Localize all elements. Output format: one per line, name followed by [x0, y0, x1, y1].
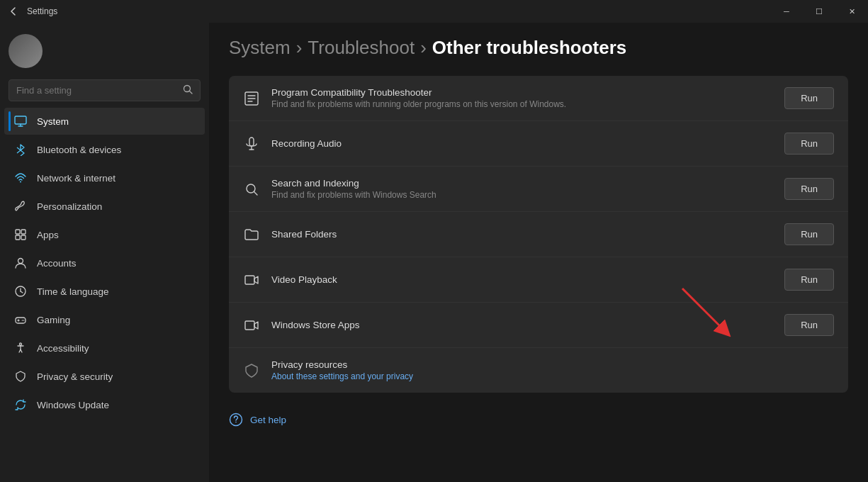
search-box[interactable] [9, 79, 201, 101]
video-icon [243, 271, 260, 288]
bluetooth-icon [14, 143, 27, 156]
wifi-icon [14, 172, 27, 184]
ts-info-program-compat: Program Compatibility Troubleshooter Fin… [271, 87, 773, 109]
close-button[interactable]: ✕ [835, 0, 868, 23]
gaming-icon [14, 313, 27, 326]
ts-title-video-playback: Video Playback [271, 274, 773, 285]
ts-desc-program-compat: Find and fix problems with running older… [271, 99, 773, 109]
nav-network[interactable]: Network & internet [4, 164, 205, 191]
run-button-video-playback[interactable]: Run [784, 269, 834, 291]
monitor-icon [14, 115, 27, 128]
nav-personalization[interactable]: Personalization [4, 193, 205, 220]
breadcrumb-current: Other troubleshooters [432, 37, 626, 59]
update-icon [14, 398, 27, 411]
svg-rect-33 [245, 321, 254, 330]
ts-item-video-playback: Video Playback Run [229, 257, 848, 303]
clock-icon [14, 285, 27, 298]
nav-update[interactable]: Windows Update [4, 391, 205, 418]
ts-item-program-compat: Program Compatibility Troubleshooter Fin… [229, 76, 848, 121]
run-button-windows-store[interactable]: Run [784, 314, 834, 336]
get-help-label: Get help [250, 415, 286, 425]
nav-accounts[interactable]: Accounts [4, 250, 205, 276]
ts-info-video-playback: Video Playback [271, 274, 773, 285]
nav-apps-label: Apps [37, 230, 59, 240]
list-icon [243, 90, 260, 107]
svg-line-15 [21, 291, 23, 293]
svg-rect-10 [16, 235, 20, 240]
nav-system[interactable]: System [4, 108, 205, 135]
run-button-shared-folders[interactable]: Run [784, 223, 834, 245]
ts-item-privacy-resources: Privacy resources About these settings a… [229, 348, 848, 393]
shield-icon [14, 370, 27, 383]
svg-line-6 [17, 150, 21, 153]
svg-rect-27 [249, 138, 254, 146]
svg-point-19 [22, 320, 23, 321]
apps-icon [14, 228, 27, 241]
user-name [50, 46, 52, 56]
nav-apps[interactable]: Apps [4, 221, 205, 248]
nav-accessibility-label: Accessibility [37, 343, 89, 354]
content-area: System › Troubleshoot › Other troublesho… [209, 23, 868, 482]
get-help[interactable]: Get help [229, 407, 848, 432]
maximize-button[interactable]: ☐ [803, 0, 835, 23]
folder-icon [243, 226, 260, 243]
ts-title-recording-audio: Recording Audio [271, 138, 773, 149]
nav-personalization-label: Personalization [37, 201, 102, 212]
titlebar-title: Settings [27, 6, 57, 16]
svg-line-31 [254, 191, 258, 195]
run-button-search-indexing[interactable]: Run [784, 178, 834, 200]
ts-item-shared-folders: Shared Folders Run [229, 212, 848, 257]
titlebar-controls: ─ ☐ ✕ [770, 0, 868, 23]
nav-bluetooth-label: Bluetooth & devices [37, 145, 121, 155]
user-profile [0, 28, 209, 77]
nav-gaming-label: Gaming [37, 315, 70, 325]
nav-bluetooth[interactable]: Bluetooth & devices [4, 136, 205, 163]
ts-title-windows-store: Windows Store Apps [271, 320, 773, 330]
nav-network-label: Network & internet [37, 173, 115, 184]
sidebar: System Bluetooth & devices Network & int… [0, 23, 209, 482]
run-button-program-compat[interactable]: Run [784, 87, 834, 109]
nav-privacy-label: Privacy & security [37, 371, 113, 382]
question-icon [229, 413, 243, 427]
svg-point-35 [235, 422, 237, 423]
ts-desc-privacy-resources: About these settings and your privacy [271, 371, 834, 381]
person-icon [14, 257, 27, 269]
ts-title-program-compat: Program Compatibility Troubleshooter [271, 87, 773, 98]
svg-rect-9 [21, 230, 26, 234]
ts-desc-search-indexing: Find and fix problems with Windows Searc… [271, 190, 773, 200]
search-ts-icon [243, 181, 260, 198]
svg-point-12 [18, 259, 23, 264]
ts-info-recording-audio: Recording Audio [271, 138, 773, 149]
nav-gaming[interactable]: Gaming [4, 306, 205, 333]
nav-accessibility[interactable]: Accessibility [4, 335, 205, 362]
nav-system-label: System [37, 116, 69, 127]
store-icon [243, 317, 260, 334]
ts-item-recording-audio: Recording Audio Run [229, 121, 848, 167]
ts-info-windows-store: Windows Store Apps [271, 320, 773, 330]
svg-rect-32 [245, 276, 254, 284]
titlebar: Settings ─ ☐ ✕ [0, 0, 868, 23]
run-button-recording-audio[interactable]: Run [784, 133, 834, 155]
breadcrumb: System › Troubleshoot › Other troublesho… [229, 37, 848, 59]
ts-info-search-indexing: Search and Indexing Find and fix problem… [271, 178, 773, 200]
troubleshooter-list: Program Compatibility Troubleshooter Fin… [229, 76, 848, 393]
breadcrumb-system[interactable]: System [229, 37, 291, 59]
ts-info-shared-folders: Shared Folders [271, 229, 773, 240]
svg-rect-11 [21, 235, 26, 240]
svg-point-7 [20, 181, 21, 183]
breadcrumb-troubleshoot[interactable]: Troubleshoot [308, 37, 415, 59]
ts-title-search-indexing: Search and Indexing [271, 178, 773, 189]
avatar [9, 34, 43, 68]
main-area: System Bluetooth & devices Network & int… [0, 23, 868, 482]
back-icon[interactable] [9, 6, 18, 16]
search-input[interactable] [16, 85, 177, 96]
nav-privacy[interactable]: Privacy & security [4, 363, 205, 390]
search-icon [183, 84, 193, 96]
svg-point-21 [20, 343, 22, 345]
nav-time[interactable]: Time & language [4, 278, 205, 305]
shield-small-icon [243, 362, 260, 379]
minimize-button[interactable]: ─ [770, 0, 803, 23]
content-wrapper: Program Compatibility Troubleshooter Fin… [229, 76, 848, 432]
nav-update-label: Windows Update [37, 400, 109, 410]
breadcrumb-sep-2: › [420, 37, 427, 59]
